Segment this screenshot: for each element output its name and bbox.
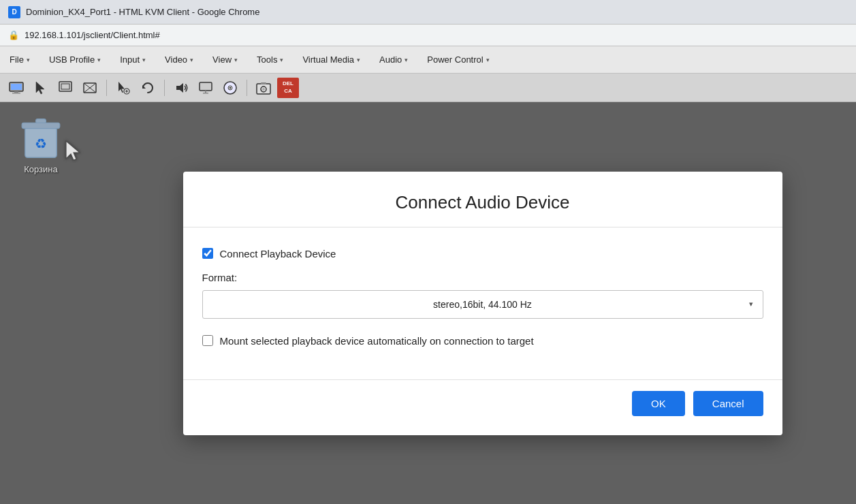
browser-addressbar: 🔒 192.168.1.101/jsclient/Client.html# bbox=[0, 25, 856, 46]
svg-rect-3 bbox=[12, 93, 20, 94]
playback-device-row: Connect Playback Device bbox=[202, 248, 763, 259]
format-label: Format: bbox=[202, 272, 763, 283]
chevron-down-icon: ▾ bbox=[405, 57, 408, 63]
chevron-down-icon: ▾ bbox=[27, 57, 30, 63]
dialog-body: Connect Playback Device Format: stereo,1… bbox=[183, 227, 782, 379]
scale-button[interactable] bbox=[54, 78, 76, 98]
chevron-down-icon: ▾ bbox=[357, 57, 360, 63]
svg-rect-2 bbox=[14, 91, 18, 93]
svg-point-19 bbox=[229, 86, 232, 89]
menu-audio[interactable]: Audio ▾ bbox=[370, 46, 417, 73]
chevron-down-icon: ▾ bbox=[142, 57, 146, 63]
browser-url: 192.168.1.101/jsclient/Client.html# bbox=[25, 30, 160, 40]
chevron-down-icon: ▾ bbox=[234, 57, 238, 63]
audio-button[interactable] bbox=[170, 78, 192, 98]
toolbar-separator-3 bbox=[247, 80, 247, 96]
toolbar: DELCA bbox=[0, 74, 856, 102]
menu-input[interactable]: Input ▾ bbox=[110, 46, 155, 73]
browser-title: Dominion_KX4_Port1 - HTML KVM Client - G… bbox=[26, 7, 259, 17]
chevron-down-icon: ▾ bbox=[486, 57, 490, 63]
svg-rect-15 bbox=[203, 93, 208, 94]
svg-rect-14 bbox=[200, 82, 212, 91]
toolbar-separator-1 bbox=[106, 80, 107, 96]
chevron-down-icon: ▾ bbox=[190, 57, 193, 63]
dialog-header: Connect Audio Device bbox=[183, 172, 782, 227]
cancel-button[interactable]: Cancel bbox=[693, 391, 763, 416]
browser-favicon: D bbox=[8, 6, 20, 18]
browser-titlebar: D Dominion_KX4_Port1 - HTML KVM Client -… bbox=[0, 0, 856, 25]
chevron-down-icon: ▾ bbox=[97, 57, 101, 63]
menu-power-control[interactable]: Power Control ▾ bbox=[417, 46, 498, 73]
toolbar-separator-2 bbox=[164, 80, 165, 96]
main-content: ♻ Корзина Connect Audio Device Connect P… bbox=[0, 102, 856, 504]
mouse-pointer-button[interactable] bbox=[112, 78, 134, 98]
format-value: stereo,16bit, 44.100 Hz bbox=[433, 299, 532, 310]
fit-button[interactable] bbox=[79, 78, 101, 98]
auto-mount-checkbox[interactable] bbox=[202, 335, 213, 346]
menu-video[interactable]: Video ▾ bbox=[155, 46, 203, 73]
menu-tools[interactable]: Tools ▾ bbox=[247, 46, 293, 73]
dialog-title: Connect Audio Device bbox=[197, 192, 769, 213]
ok-button[interactable]: OK bbox=[632, 391, 685, 416]
auto-mount-label: Mount selected playback device automatic… bbox=[220, 335, 534, 347]
connect-audio-dialog: Connect Audio Device Connect Playback De… bbox=[183, 172, 782, 435]
screenshot-button[interactable] bbox=[253, 78, 274, 98]
chevron-down-icon: ▾ bbox=[280, 57, 283, 63]
auto-mount-row: Mount selected playback device automatic… bbox=[202, 335, 763, 347]
pointer-button[interactable] bbox=[30, 78, 52, 98]
refresh-button[interactable] bbox=[137, 78, 159, 98]
menu-virtual-media[interactable]: Virtual Media ▾ bbox=[293, 46, 370, 73]
kvm-button[interactable] bbox=[5, 78, 27, 98]
svg-marker-13 bbox=[176, 83, 183, 93]
svg-point-23 bbox=[262, 88, 265, 91]
lock-icon: 🔒 bbox=[8, 30, 19, 40]
format-dropdown[interactable]: stereo,16bit, 44.100 Hz ▾ bbox=[202, 290, 763, 319]
svg-rect-6 bbox=[61, 84, 69, 89]
svg-marker-4 bbox=[36, 82, 44, 94]
cd-button[interactable] bbox=[219, 78, 241, 98]
svg-rect-16 bbox=[205, 91, 206, 93]
ctrl-alt-del-button[interactable]: DELCA bbox=[277, 78, 299, 98]
menu-file[interactable]: File ▾ bbox=[0, 46, 39, 73]
chevron-down-icon: ▾ bbox=[749, 300, 753, 309]
modal-overlay: Connect Audio Device Connect Playback De… bbox=[0, 102, 856, 504]
svg-rect-22 bbox=[261, 82, 266, 84]
menubar: File ▾ USB Profile ▾ Input ▾ Video ▾ Vie… bbox=[0, 46, 856, 74]
connect-playback-checkbox[interactable] bbox=[202, 248, 213, 259]
monitor-button[interactable] bbox=[195, 78, 217, 98]
menu-view[interactable]: View ▾ bbox=[203, 46, 247, 73]
svg-rect-1 bbox=[11, 84, 22, 90]
connect-playback-label: Connect Playback Device bbox=[220, 248, 336, 259]
menu-usb-profile[interactable]: USB Profile ▾ bbox=[39, 46, 110, 73]
dialog-footer: OK Cancel bbox=[183, 379, 782, 435]
